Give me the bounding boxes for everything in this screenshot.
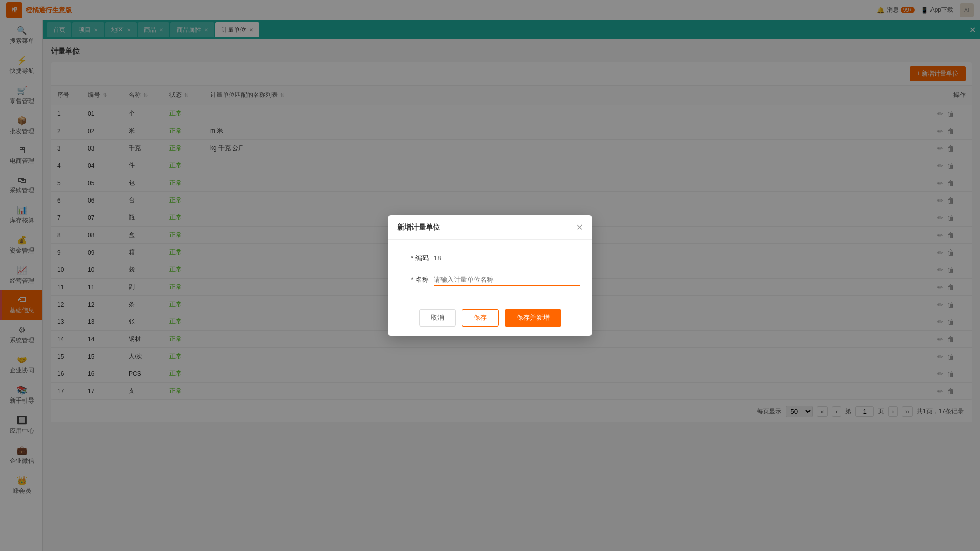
add-unit-modal: 新增计量单位 ✕ * 编码 * 名称 取消 保存 保存并新增 (388, 215, 592, 336)
name-label: * 名称 (400, 275, 429, 284)
cancel-button[interactable]: 取消 (419, 309, 456, 327)
modal-body: * 编码 * 名称 (388, 240, 592, 303)
modal-close-button[interactable]: ✕ (576, 222, 583, 232)
save-add-button[interactable]: 保存并新增 (505, 309, 561, 327)
name-input[interactable] (434, 273, 580, 286)
form-row-name: * 名称 (400, 273, 580, 286)
modal-header: 新增计量单位 ✕ (388, 215, 592, 240)
save-button[interactable]: 保存 (462, 309, 499, 327)
modal-title: 新增计量单位 (397, 223, 440, 232)
code-input[interactable] (434, 252, 580, 264)
code-label: * 编码 (400, 254, 429, 263)
form-row-code: * 编码 (400, 252, 580, 264)
modal-footer: 取消 保存 保存并新增 (388, 303, 592, 336)
modal-overlay: 新增计量单位 ✕ * 编码 * 名称 取消 保存 保存并新增 (0, 0, 980, 551)
